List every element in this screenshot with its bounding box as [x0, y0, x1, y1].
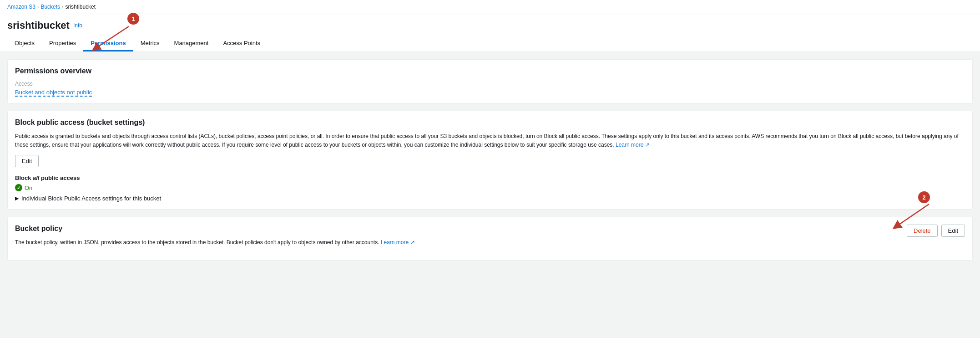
page-wrapper: Amazon S3 › Buckets › srishtibucket sris…	[0, 0, 980, 338]
bucket-policy-card: Bucket policy The bucket policy, written…	[7, 217, 973, 260]
page-header: srishtibucket Info Objects Properties Pe…	[0, 14, 980, 52]
bucket-policy-delete-button[interactable]: Delete	[907, 225, 938, 237]
access-value[interactable]: Bucket and objects not public	[15, 89, 92, 97]
bucket-policy-desc: The bucket policy, written in JSON, prov…	[15, 238, 415, 247]
access-label: Access	[15, 81, 965, 87]
expand-individual-settings[interactable]: ▶ Individual Block Public Access setting…	[15, 195, 965, 202]
bucket-policy-left: Bucket policy The bucket policy, written…	[15, 225, 415, 252]
tab-objects[interactable]: Objects	[7, 36, 42, 51]
status-on-label: On	[25, 184, 32, 191]
bucket-policy-edit-button[interactable]: Edit	[941, 225, 965, 237]
page-title: srishtibucket	[7, 20, 70, 31]
tab-properties[interactable]: Properties	[42, 36, 83, 51]
block-public-access-title: Block public access (bucket settings)	[15, 118, 965, 127]
status-on: ✓ On	[15, 184, 965, 191]
block-public-access-desc: Public access is granted to buckets and …	[15, 132, 965, 149]
permissions-overview-title: Permissions overview	[15, 67, 965, 75]
tab-permissions[interactable]: Permissions	[83, 36, 133, 51]
block-public-access-edit-button[interactable]: Edit	[15, 155, 39, 167]
expand-arrow-icon: ▶	[15, 195, 19, 201]
breadcrumb-current: srishtibucket	[65, 4, 96, 10]
block-public-access-card: Block public access (bucket settings) Pu…	[7, 111, 973, 210]
bucket-policy-learn-more[interactable]: Learn more ↗	[381, 239, 415, 246]
breadcrumb-chevron-2: ›	[62, 5, 63, 10]
tabs: Objects Properties Permissions Metrics M…	[7, 36, 973, 51]
tab-access-points[interactable]: Access Points	[216, 36, 268, 51]
bucket-policy-header-row: Bucket policy The bucket policy, written…	[15, 225, 965, 252]
info-link[interactable]: Info	[73, 22, 82, 29]
page-title-row: srishtibucket Info	[7, 20, 973, 31]
breadcrumb-link-buckets[interactable]: Buckets	[40, 4, 60, 10]
breadcrumb-link-s3[interactable]: Amazon S3	[7, 4, 35, 10]
breadcrumb-chevron-1: ›	[37, 5, 39, 10]
content: Permissions overview Access Bucket and o…	[0, 52, 980, 268]
check-icon: ✓	[15, 184, 22, 191]
bucket-policy-title: Bucket policy	[15, 225, 415, 233]
expand-label: Individual Block Public Access settings …	[21, 195, 161, 202]
block-all-label: Block all public access	[15, 174, 965, 181]
breadcrumb: Amazon S3 › Buckets › srishtibucket	[0, 0, 980, 14]
block-public-access-learn-more[interactable]: Learn more ↗	[616, 142, 650, 148]
tab-management[interactable]: Management	[167, 36, 216, 51]
permissions-overview-card: Permissions overview Access Bucket and o…	[7, 59, 973, 103]
tab-metrics[interactable]: Metrics	[133, 36, 167, 51]
bucket-policy-buttons: Delete Edit	[907, 225, 965, 237]
